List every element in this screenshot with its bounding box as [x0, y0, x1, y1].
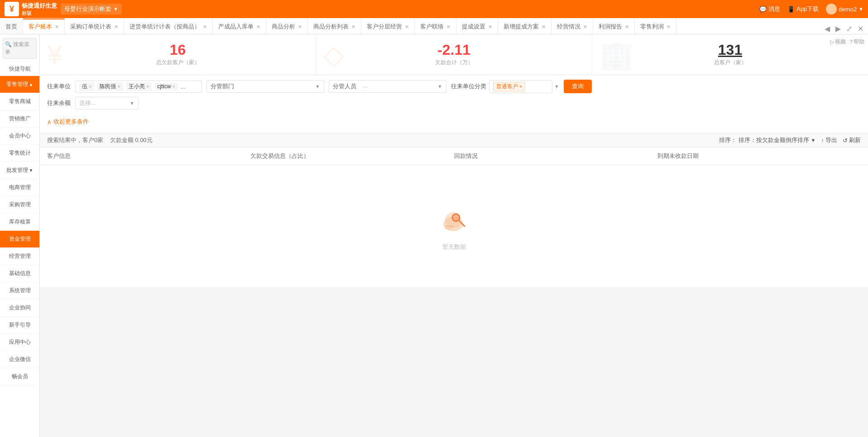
tab-customer-contact[interactable]: 客户联络 ✕ [415, 19, 456, 34]
unit-tag-wu: 伍 × [79, 82, 94, 91]
top-bar-right: 💬 消息 📱 App下载 demo2 ▼ [759, 4, 863, 14]
sidebar-item-wholesale[interactable]: 批发管理 ▼ [0, 162, 39, 179]
tab-product-in[interactable]: 产成品入库单 ✕ [213, 19, 266, 34]
sidebar-item-retail-mall[interactable]: 零售商城 [0, 93, 39, 110]
system-selector[interactable]: 母婴行业演示帐套 ▼ [61, 4, 122, 14]
sidebar-item-marketing[interactable]: 营销推广 [0, 110, 39, 128]
tab-goods-analysis[interactable]: 商品分析 ✕ [266, 19, 308, 34]
person-select[interactable]: 分管人员 ··· ▼ [329, 80, 446, 93]
sidebar-item-finance[interactable]: 资金管理 [0, 231, 39, 248]
message-btn[interactable]: 💬 消息 [759, 5, 780, 13]
debt-total-number: -2.11 [437, 43, 470, 57]
sidebar-item-app-center[interactable]: 应用中心 [0, 334, 39, 351]
chevron-icon: ▲ [29, 82, 34, 87]
export-icon: ↑ [821, 137, 825, 144]
close-tab-goods-analysis[interactable]: ✕ [298, 24, 302, 30]
unit-type-tags[interactable]: 普通客户 × [489, 80, 552, 93]
filter-row-2: 往来余额 选择... ▼ [47, 97, 861, 109]
sidebar-item-operations[interactable]: 经营管理 [0, 248, 39, 265]
content-area: ¥ 16 总欠款客户（家） ◇ -2.11 欠款合计（万） 🏢 131 总客户（… [40, 34, 868, 437]
tab-accounts[interactable]: 客户账本 ✕ [23, 19, 65, 34]
stat-total-customers: 🏢 131 总客户（家） ▷ 视频 ? 帮助 [592, 34, 868, 75]
close-tab-promo-settings[interactable]: ✕ [488, 24, 492, 30]
stat-help: ▷ 视频 ? 帮助 [830, 38, 864, 46]
total-customers-label: 总客户（家） [714, 59, 747, 66]
remove-tag-chen[interactable]: × [117, 84, 120, 89]
sidebar-item-retail-stat[interactable]: 零售统计 [0, 145, 39, 162]
refresh-btn[interactable]: ↺ 刷新 [843, 136, 861, 144]
export-btn[interactable]: ↑ 导出 [821, 136, 838, 144]
empty-text: 暂无数据 [442, 243, 466, 251]
close-tab-product-in[interactable]: ✕ [256, 24, 260, 30]
remainder-select[interactable]: 选择... ▼ [75, 97, 139, 109]
tab-expand-icon[interactable]: ⤢ [844, 24, 854, 34]
collapse-btn[interactable]: ∧ 收起更多条件 [47, 115, 861, 128]
refresh-icon: ↺ [843, 137, 848, 144]
tab-retail-profit[interactable]: 零售利润 ✕ [635, 19, 676, 34]
unit-tag-chen: 陈民强 × [97, 82, 123, 91]
close-tab-purchase-stat[interactable]: ✕ [203, 24, 207, 30]
sidebar-item-inventory[interactable]: 库存核算 [0, 214, 39, 231]
tab-operations[interactable]: 经营情况 ✕ [551, 19, 593, 34]
unit-type-container: 往来单位分类 普通客户 × ▼ [451, 80, 559, 93]
dept-select[interactable]: 分管部门 ▼ [206, 80, 324, 93]
remove-tag-cj[interactable]: × [172, 84, 175, 89]
tab-home[interactable]: 首页 [0, 19, 23, 34]
search-menu-btn[interactable]: 🔍 搜索菜单 [3, 38, 37, 59]
logo-icon: ¥ [5, 2, 19, 16]
remove-unit-type-normal[interactable]: × [519, 84, 522, 89]
sidebar-item-newbie[interactable]: 新手引导 [0, 317, 39, 334]
query-button[interactable]: 查询 [564, 80, 592, 93]
user-menu-btn[interactable]: demo2 ▼ [826, 4, 863, 14]
tab-new-promo[interactable]: 新增提成方案 ✕ [498, 19, 551, 34]
close-tab-customer-tier[interactable]: ✕ [405, 24, 409, 30]
sidebar-item-purchase[interactable]: 采购管理 [0, 196, 39, 214]
tab-purchase-order[interactable]: 采购订单统计表 ✕ [65, 19, 124, 34]
tab-close-all-icon[interactable]: ✕ [856, 24, 865, 34]
unit-type-tag-normal: 普通客户 × [493, 82, 525, 91]
tab-prev-arrow[interactable]: ◀ [823, 24, 832, 34]
help-btn[interactable]: ? 帮助 [849, 38, 864, 46]
close-tab-retail-profit[interactable]: ✕ [667, 24, 671, 30]
col-overdue-date: 到期未收款日期 [657, 152, 861, 160]
tab-promo-settings[interactable]: 提成设置 ✕ [456, 19, 498, 34]
sidebar: 🔍 搜索菜单 快捷导航 零售管理 ▲ 零售商城 营销推广 会员中心 零售统计 批… [0, 34, 40, 437]
tab-purchase-stat[interactable]: 进货单统计计表（按商品） ✕ [124, 19, 213, 34]
remove-tag-wu[interactable]: × [89, 84, 91, 89]
svg-rect-6 [445, 226, 453, 227]
remove-tag-wang[interactable]: × [146, 84, 149, 89]
quick-nav-btn[interactable]: 快捷导航 [0, 62, 39, 76]
sidebar-item-wechat[interactable]: 企业微信 [0, 351, 39, 368]
sidebar-item-ecommerce[interactable]: 电商管理 [0, 179, 39, 196]
tab-goods-analysis-list[interactable]: 商品分析列表 ✕ [308, 19, 361, 34]
sidebar-item-vip-member[interactable]: 畅会员 [0, 368, 39, 385]
unit-type-chevron-icon[interactable]: ▼ [554, 84, 559, 89]
unit-tags-more[interactable]: ... [181, 83, 186, 90]
unit-type-label: 往来单位分类 [451, 82, 486, 90]
close-tab-goods-analysis-list[interactable]: ✕ [351, 24, 355, 30]
person-more-icon[interactable]: ··· [362, 83, 369, 90]
sidebar-item-member[interactable]: 会员中心 [0, 128, 39, 145]
close-tab-new-promo[interactable]: ✕ [542, 24, 546, 30]
tab-next-arrow[interactable]: ▶ [834, 24, 843, 34]
video-help-btn[interactable]: ▷ 视频 [830, 38, 846, 46]
top-bar-left: ¥ 畅捷通好生意 标版 母婴行业演示帐套 ▼ [5, 2, 122, 17]
unit-label: 往来单位 [47, 82, 71, 90]
tab-profit-report[interactable]: 利润报告 ✕ [593, 19, 635, 34]
app-download-btn[interactable]: 📱 App下载 [787, 5, 819, 13]
filter-row-1: 往来单位 伍 × 陈民强 × 王小亮 × cjttcw [47, 80, 861, 93]
close-tab-operations[interactable]: ✕ [583, 24, 587, 30]
sidebar-item-basic-info[interactable]: 基础信息 [0, 265, 39, 282]
unit-tags-input[interactable]: 伍 × 陈民强 × 王小亮 × cjttcw × ... [75, 81, 202, 93]
sidebar-item-enterprise[interactable]: 企业协同 [0, 299, 39, 317]
col-repayment: 回款情况 [454, 152, 657, 160]
sort-selector[interactable]: 排序： 排序：按欠款金额倒序排序 ▼ [719, 136, 816, 144]
tab-customer-tier[interactable]: 客户分层经营 ✕ [361, 19, 415, 34]
close-tab-accounts[interactable]: ✕ [55, 24, 59, 30]
close-tab-profit-report[interactable]: ✕ [625, 24, 629, 30]
close-tab-purchase-order[interactable]: ✕ [114, 24, 118, 30]
sidebar-item-system[interactable]: 系统管理 [0, 282, 39, 299]
search-result-actions: 排序： 排序：按欠款金额倒序排序 ▼ ↑ 导出 ↺ 刷新 [719, 136, 861, 144]
close-tab-customer-contact[interactable]: ✕ [446, 24, 451, 30]
sidebar-item-retail[interactable]: 零售管理 ▲ [0, 76, 39, 93]
